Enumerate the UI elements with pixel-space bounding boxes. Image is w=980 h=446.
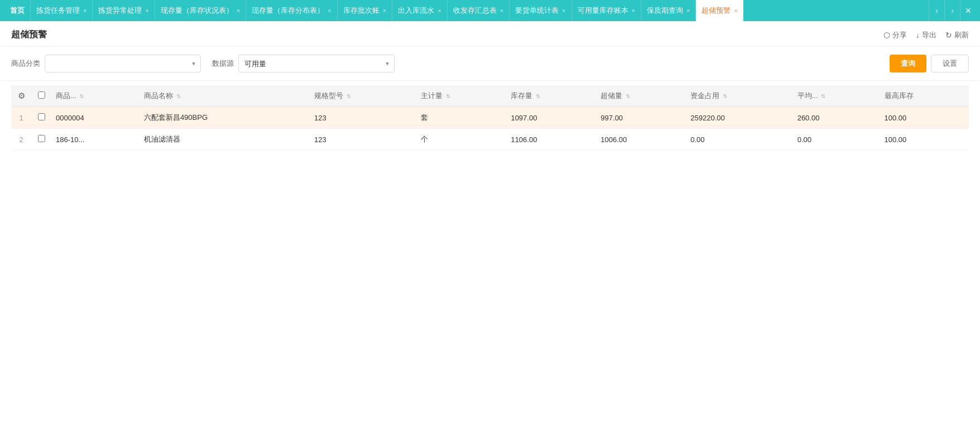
cell-capital-1: 0.00 bbox=[686, 129, 792, 151]
col-capital-label: 资金占用 bbox=[690, 91, 719, 100]
setting-button[interactable]: 设置 bbox=[931, 55, 969, 72]
tab-batch-account[interactable]: 库存批次账 × bbox=[338, 0, 392, 21]
row-checkbox-1[interactable] bbox=[31, 129, 51, 151]
cell-average-1: 0.00 bbox=[793, 129, 880, 151]
col-overstock-label: 超储量 bbox=[601, 91, 622, 100]
tab-order-stat[interactable]: 要货单统计表 × bbox=[510, 0, 571, 21]
sort-overstock-icon: ⇅ bbox=[626, 93, 630, 99]
col-stock[interactable]: 库存量 ⇅ bbox=[506, 85, 596, 107]
refresh-icon: ↻ bbox=[945, 31, 952, 40]
close-expiry-query[interactable]: × bbox=[686, 7, 690, 14]
cell-max-stock-1: 100.00 bbox=[880, 129, 969, 151]
category-select[interactable] bbox=[45, 55, 201, 72]
col-overstock[interactable]: 超储量 ⇅ bbox=[596, 85, 686, 107]
col-unit-label: 主计量 bbox=[421, 91, 443, 100]
refresh-button[interactable]: ↻ 刷新 bbox=[945, 30, 969, 40]
sort-product-code-icon: ⇅ bbox=[79, 93, 84, 99]
close-picking-task[interactable]: × bbox=[83, 7, 87, 14]
tab-available-book[interactable]: 可用量库存账本 × bbox=[572, 0, 641, 21]
page-title: 超储预警 bbox=[11, 29, 47, 41]
tab-inventory-dist[interactable]: 现存量（库存分布表） × bbox=[246, 0, 337, 21]
page-header: 超储预警 ⬡ 分享 ↓ 导出 ↻ 刷新 bbox=[0, 21, 980, 47]
table-header: ⚙ 商品... ⇅ 商品名称 ⇅ 规格型号 ⇅ bbox=[11, 85, 969, 107]
close-summary[interactable]: × bbox=[500, 7, 503, 14]
col-average[interactable]: 平均... ⇅ bbox=[793, 85, 880, 107]
col-checkbox-header bbox=[31, 85, 51, 107]
tab-inout-flow-label: 出入库流水 bbox=[398, 6, 434, 16]
share-label: 分享 bbox=[892, 30, 907, 40]
select-all-checkbox[interactable] bbox=[38, 91, 45, 99]
sort-unit-icon: ⇅ bbox=[446, 93, 450, 99]
tab-summary[interactable]: 收发存汇总表 × bbox=[448, 0, 510, 21]
col-average-label: 平均... bbox=[798, 91, 818, 100]
nav-prev-button[interactable]: ‹ bbox=[929, 0, 944, 21]
datasource-select[interactable]: 可用量 库存量 bbox=[238, 55, 395, 72]
close-inventory-dist[interactable]: × bbox=[328, 7, 331, 14]
tab-available-book-label: 可用量库存账本 bbox=[578, 6, 628, 16]
col-stock-label: 库存量 bbox=[511, 91, 532, 100]
table-container: ⚙ 商品... ⇅ 商品名称 ⇅ 规格型号 ⇅ bbox=[0, 85, 980, 151]
col-product-code[interactable]: 商品... ⇅ bbox=[51, 85, 140, 107]
close-available-book[interactable]: × bbox=[632, 7, 635, 14]
filter-bar: 商品分类 数据源 可用量 库存量 查询 设置 bbox=[0, 47, 980, 81]
col-product-name-label: 商品名称 bbox=[144, 91, 173, 100]
sort-stock-icon: ⇅ bbox=[536, 93, 540, 99]
cell-unit-0: 套 bbox=[416, 107, 506, 129]
tab-picking-exception[interactable]: 拣货异常处理 × bbox=[93, 0, 155, 21]
nav-next-button[interactable]: › bbox=[944, 0, 960, 21]
cell-overstock-0: 997.00 bbox=[596, 107, 686, 129]
export-label: 导出 bbox=[922, 30, 936, 40]
nav-close-button[interactable]: ✕ bbox=[960, 0, 976, 21]
close-over-storage[interactable]: × bbox=[734, 7, 737, 14]
data-table: ⚙ 商品... ⇅ 商品名称 ⇅ 规格型号 ⇅ bbox=[11, 85, 969, 151]
datasource-filter-group: 数据源 可用量 库存量 bbox=[212, 55, 395, 72]
table-gear-icon[interactable]: ⚙ bbox=[18, 91, 25, 100]
topbar: 首页 拣货任务管理 × 拣货异常处理 × 现存量（库存状况表） × 现存量（库存… bbox=[0, 0, 980, 21]
close-inout-flow[interactable]: × bbox=[438, 7, 441, 14]
tab-over-storage[interactable]: 超储预警 × bbox=[696, 0, 743, 21]
tab-home[interactable]: 首页 bbox=[4, 0, 31, 21]
cell-product-code-1: 186-10... bbox=[51, 129, 140, 151]
col-spec-label: 规格型号 bbox=[314, 91, 343, 100]
col-max-stock-label: 最高库存 bbox=[885, 91, 914, 100]
tab-inventory-dist-label: 现存量（库存分布表） bbox=[252, 6, 324, 16]
tab-picking-task-label: 拣货任务管理 bbox=[36, 6, 80, 16]
table-body: 1 0000004 六配套新昌490BPG 123 套 1097.00 997.… bbox=[11, 107, 969, 151]
close-inventory-status[interactable]: × bbox=[237, 7, 240, 14]
refresh-label: 刷新 bbox=[954, 30, 969, 40]
row-checkbox-0[interactable] bbox=[31, 107, 51, 129]
datasource-select-wrapper: 可用量 库存量 bbox=[238, 55, 395, 72]
tab-picking-exception-label: 拣货异常处理 bbox=[98, 6, 142, 16]
sort-product-name-icon: ⇅ bbox=[176, 93, 181, 99]
row-select-0[interactable] bbox=[38, 113, 45, 120]
cell-stock-0: 1097.00 bbox=[506, 107, 596, 129]
tab-picking-task[interactable]: 拣货任务管理 × bbox=[31, 0, 93, 21]
tab-inout-flow[interactable]: 出入库流水 × bbox=[392, 0, 447, 21]
close-batch-account[interactable]: × bbox=[383, 7, 386, 14]
col-spec[interactable]: 规格型号 ⇅ bbox=[310, 85, 416, 107]
tab-home-label: 首页 bbox=[10, 6, 25, 16]
tab-expiry-query[interactable]: 保质期查询 × bbox=[641, 0, 696, 21]
close-picking-exception[interactable]: × bbox=[145, 7, 148, 14]
tab-order-stat-label: 要货单统计表 bbox=[515, 6, 559, 16]
col-max-stock[interactable]: 最高库存 bbox=[880, 85, 969, 107]
category-label: 商品分类 bbox=[11, 59, 40, 69]
cell-overstock-1: 1006.00 bbox=[596, 129, 686, 151]
share-button[interactable]: ⬡ 分享 bbox=[883, 30, 907, 40]
filter-actions: 查询 设置 bbox=[890, 55, 969, 72]
tab-expiry-query-label: 保质期查询 bbox=[647, 6, 683, 16]
cell-capital-0: 259220.00 bbox=[686, 107, 792, 129]
col-capital[interactable]: 资金占用 ⇅ bbox=[686, 85, 792, 107]
tab-inventory-status-label: 现存量（库存状况表） bbox=[161, 6, 233, 16]
tab-inventory-status[interactable]: 现存量（库存状况表） × bbox=[155, 0, 246, 21]
row-select-1[interactable] bbox=[38, 135, 45, 142]
cell-unit-1: 个 bbox=[416, 129, 506, 151]
close-order-stat[interactable]: × bbox=[562, 7, 565, 14]
header-actions: ⬡ 分享 ↓ 导出 ↻ 刷新 bbox=[883, 30, 969, 40]
col-unit[interactable]: 主计量 ⇅ bbox=[416, 85, 506, 107]
col-product-name[interactable]: 商品名称 ⇅ bbox=[140, 85, 310, 107]
query-button[interactable]: 查询 bbox=[890, 55, 926, 72]
export-icon: ↓ bbox=[916, 31, 920, 40]
export-button[interactable]: ↓ 导出 bbox=[916, 30, 936, 40]
sort-capital-icon: ⇅ bbox=[723, 93, 727, 99]
